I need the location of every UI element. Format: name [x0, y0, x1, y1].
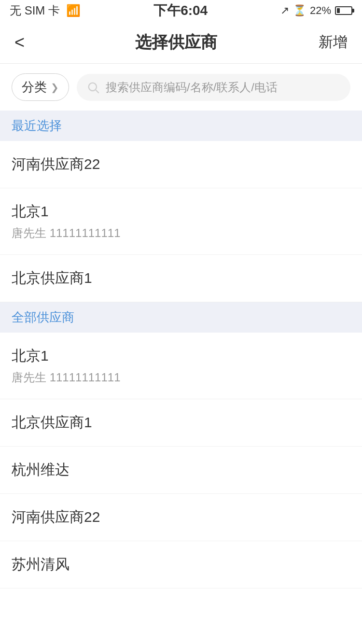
all-section-label: 全部供应商	[12, 310, 74, 324]
svg-line-1	[96, 90, 98, 93]
location-icon: ↗	[280, 4, 289, 17]
supplier-name: 北京1	[12, 346, 350, 366]
back-icon: <	[14, 32, 25, 52]
status-right: ↗ ⏳ 22%	[280, 4, 352, 17]
status-left: 无 SIM 卡 📶	[10, 3, 81, 18]
supplier-name: 北京供应商1	[12, 413, 350, 433]
category-label: 分类	[22, 79, 47, 96]
list-item[interactable]: 北京1 唐先生 11111111111	[0, 188, 362, 255]
all-items-list: 北京1 唐先生 11111111111 北京供应商1 杭州维达 河南供应商22 …	[0, 333, 362, 588]
category-button[interactable]: 分类 ❯	[12, 73, 69, 101]
search-input-wrap[interactable]: 搜索供应商编码/名称/联系人/电话	[77, 74, 350, 101]
back-button[interactable]: <	[14, 32, 43, 53]
supplier-name: 苏州清风	[12, 555, 350, 574]
supplier-sub: 唐先生 11111111111	[12, 225, 350, 241]
status-time: 下午6:04	[153, 1, 208, 20]
add-button[interactable]: 新增	[309, 32, 348, 52]
status-bar: 无 SIM 卡 📶 下午6:04 ↗ ⏳ 22%	[0, 0, 362, 21]
alarm-icon: ⏳	[293, 4, 306, 17]
list-item[interactable]: 北京1 唐先生 11111111111	[0, 333, 362, 399]
search-bar: 分类 ❯ 搜索供应商编码/名称/联系人/电话	[0, 64, 362, 111]
supplier-name: 北京供应商1	[12, 268, 350, 288]
search-placeholder: 搜索供应商编码/名称/联系人/电话	[106, 80, 278, 95]
search-icon	[86, 81, 100, 94]
list-item[interactable]: 北京供应商1	[0, 399, 362, 447]
supplier-sub: 唐先生 11111111111	[12, 370, 350, 385]
recent-items-list: 河南供应商22 北京1 唐先生 11111111111 北京供应商1	[0, 141, 362, 302]
list-item[interactable]: 苏州清风	[0, 541, 362, 588]
supplier-name: 河南供应商22	[12, 154, 350, 174]
battery-percent: 22%	[310, 4, 331, 17]
list-item[interactable]: 北京供应商1	[0, 255, 362, 302]
chevron-right-icon: ❯	[51, 82, 59, 93]
all-section-header: 全部供应商	[0, 302, 362, 333]
supplier-name: 河南供应商22	[12, 507, 350, 527]
nav-bar: < 选择供应商 新增	[0, 21, 362, 64]
list-item[interactable]: 河南供应商22	[0, 494, 362, 541]
supplier-name: 北京1	[12, 202, 350, 222]
page-title: 选择供应商	[43, 31, 309, 54]
svg-point-0	[89, 83, 97, 90]
recent-section-label: 最近选择	[12, 118, 62, 133]
recent-section-header: 最近选择	[0, 111, 362, 141]
list-item[interactable]: 杭州维达	[0, 447, 362, 494]
supplier-name: 杭州维达	[12, 460, 350, 480]
battery-icon	[335, 6, 352, 15]
list-item[interactable]: 河南供应商22	[0, 141, 362, 188]
